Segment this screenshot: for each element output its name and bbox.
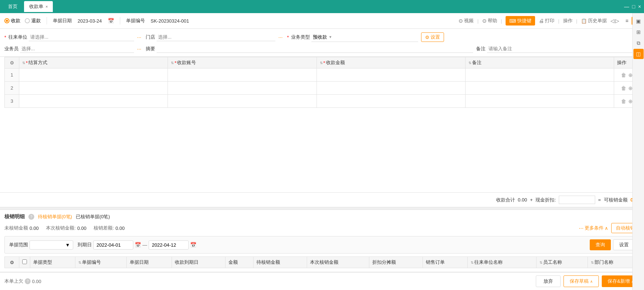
more-filter-btn[interactable]: ⋯ 更多条件 ∧	[579, 225, 608, 231]
copy-icon-2[interactable]: ⊕	[628, 85, 633, 91]
row-num-3: 3	[5, 95, 19, 108]
amount-input-3[interactable]	[317, 95, 465, 107]
window-close[interactable]: ×	[638, 4, 641, 9]
delete-icon-2[interactable]: 🗑	[621, 85, 626, 91]
calendar-icon[interactable]: 📅	[108, 18, 114, 24]
pending-tab-link[interactable]: 待核销单据(0笔)	[38, 213, 72, 220]
cell-account-3[interactable]	[168, 95, 317, 108]
radio-receipt[interactable]: 收款	[4, 17, 20, 24]
draft-btn[interactable]: 保存草稿 ∧	[564, 275, 599, 287]
sidebar-icon-4[interactable]: ◫	[633, 49, 644, 59]
staff-input[interactable]	[20, 45, 134, 53]
summary-input[interactable]	[157, 45, 473, 53]
partner-more-btn[interactable]: ···	[136, 34, 143, 40]
sidebar-icon-2[interactable]: ⊞	[633, 27, 644, 37]
current-value: 0.00	[77, 226, 86, 231]
bottom-info: 本单上欠 ? 0.00	[4, 278, 41, 285]
receipt-total-value: 0.00	[518, 197, 527, 203]
cell-settlement-1[interactable]	[19, 68, 168, 82]
copy-icon-3[interactable]: ⊕	[628, 98, 633, 104]
query-btn[interactable]: 查询	[590, 239, 611, 250]
base-value: 0.00	[32, 279, 41, 284]
partner-input[interactable]	[29, 33, 134, 41]
th-settlement: ⇅ * 结算方式	[19, 57, 168, 68]
done-tab-link[interactable]: 已核销单据(0笔)	[76, 213, 110, 220]
cell-settlement-3[interactable]	[19, 95, 168, 108]
help-action[interactable]: ⊙ 帮助	[482, 17, 497, 24]
range-select[interactable]: ▼	[30, 240, 73, 250]
cell-note-3[interactable]	[465, 95, 614, 108]
calendar-to-icon[interactable]: 📅	[190, 242, 196, 248]
cash-discount-input[interactable]	[559, 196, 595, 204]
note-input-3[interactable]	[466, 95, 614, 107]
th-settings[interactable]: ⚙	[5, 57, 19, 68]
filter-setting-btn[interactable]: 设置	[613, 239, 635, 250]
settlement-input-1[interactable]	[19, 68, 168, 81]
amount-input-2[interactable]	[317, 82, 465, 94]
staff-more-btn[interactable]: ···	[136, 46, 143, 52]
dth-settings[interactable]: ⚙	[5, 257, 19, 268]
layout-list-icon[interactable]: ≡	[623, 17, 631, 25]
account-input-3[interactable]	[168, 95, 316, 107]
shortcut-btn[interactable]: ⌨ 快捷键	[506, 16, 535, 26]
base-info-icon[interactable]: ?	[25, 278, 31, 284]
select-all-checkbox[interactable]	[22, 259, 27, 264]
account-input-2[interactable]	[168, 82, 316, 94]
cell-note-1[interactable]	[465, 68, 614, 82]
th-note: ⇅ 备注	[465, 57, 614, 68]
cell-note-2[interactable]	[465, 82, 614, 95]
cell-amount-1[interactable]	[317, 68, 465, 82]
dth-checkbox[interactable]	[19, 257, 30, 268]
dth-date: 单据日期	[127, 257, 172, 268]
current-label: 本次核销金额:	[46, 225, 76, 231]
calendar-from-icon[interactable]: 📅	[135, 242, 141, 248]
note-input[interactable]	[487, 45, 640, 53]
delete-icon-1[interactable]: 🗑	[621, 72, 626, 78]
settings-button[interactable]: ⚙ 设置	[421, 32, 444, 42]
delete-icon-3[interactable]: 🗑	[621, 98, 626, 104]
sidebar-icon-1[interactable]: ▣	[633, 16, 644, 26]
operation-action[interactable]: 操作	[563, 17, 573, 24]
nav-next[interactable]: ▷	[615, 18, 619, 24]
cell-account-2[interactable]	[168, 82, 317, 95]
dth-num: ⇅ 单据编号	[75, 257, 127, 268]
copy-icon-1[interactable]: ⊕	[628, 72, 633, 78]
nav-prev[interactable]: ◁	[610, 18, 614, 24]
reconcile-info-icon[interactable]: ?	[28, 214, 34, 220]
shop-more-btn[interactable]: ···	[277, 34, 284, 40]
tab-home[interactable]: 首页	[3, 1, 23, 12]
note-input-2[interactable]	[466, 82, 614, 94]
date-from-input[interactable]	[93, 240, 133, 250]
tab-close-icon[interactable]: ×	[46, 4, 48, 9]
verifiable-label: 可核销金额	[604, 197, 628, 203]
amount-input-1[interactable]	[317, 68, 465, 81]
help-icon: ⊙	[482, 18, 487, 24]
radio-refund[interactable]: 退款	[25, 17, 41, 24]
print-action[interactable]: 🖨 打印	[539, 17, 554, 24]
window-minimize[interactable]: —	[624, 4, 629, 9]
tab-current[interactable]: 收款单 ×	[24, 1, 53, 12]
filter-icon: ⋯	[579, 226, 584, 231]
save-new-label: 保存&新增	[608, 278, 630, 285]
current-stat: 本次核销金额: 0.00	[46, 225, 86, 231]
help-label: 帮助	[488, 17, 497, 24]
settlement-input-2[interactable]	[19, 82, 168, 94]
total-row: 收款合计 0.00 + 现金折扣: = 可核销金额 0.00	[0, 192, 644, 207]
history-action[interactable]: 📋 历史单据	[581, 17, 607, 24]
cell-settlement-2[interactable]	[19, 82, 168, 95]
biztype-select[interactable]: 预收款 ▼	[311, 33, 418, 42]
window-maximize[interactable]: □	[632, 4, 635, 9]
partner-required: *	[4, 35, 6, 40]
staff-field: 业务员 ···	[4, 45, 143, 53]
video-action[interactable]: ⊙ 视频	[459, 17, 474, 24]
note-input-1[interactable]	[466, 68, 614, 81]
sidebar-icon-3[interactable]: ⧉	[633, 38, 644, 48]
cell-amount-3[interactable]	[317, 95, 465, 108]
cell-amount-2[interactable]	[317, 82, 465, 95]
settlement-input-3[interactable]	[19, 95, 168, 107]
date-to-input[interactable]	[149, 240, 189, 250]
account-input-1[interactable]	[168, 68, 316, 81]
cell-account-1[interactable]	[168, 68, 317, 82]
shop-input[interactable]	[157, 33, 275, 41]
abandon-btn[interactable]: 放弃	[536, 275, 561, 287]
